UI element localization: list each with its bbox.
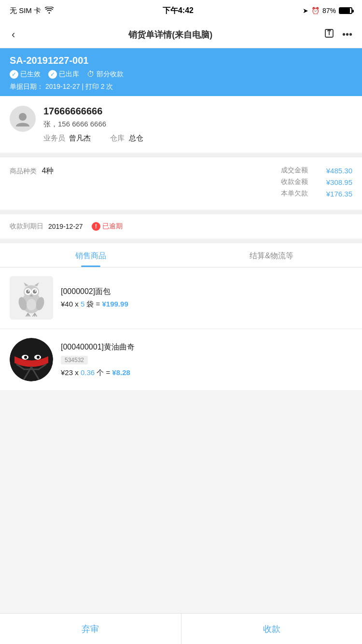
customer-id: 17666666666 bbox=[43, 106, 352, 117]
due-date-value: 2019-12-27 bbox=[48, 223, 83, 230]
due-label: 收款到期日 bbox=[10, 222, 43, 231]
tabs-section: 销售商品 结算&物流等 bbox=[0, 243, 362, 267]
customer-name-phone: 张，156 6666 6666 bbox=[43, 120, 352, 129]
received-value: ¥308.95 bbox=[314, 178, 352, 186]
status-time: 下午4:42 bbox=[163, 6, 194, 16]
cancel-review-button[interactable]: 弃审 bbox=[0, 614, 181, 644]
collect-payment-button[interactable]: 收款 bbox=[181, 614, 362, 644]
transaction-row: 成交金额 ¥485.30 bbox=[281, 166, 352, 175]
type-label: 商品种类 bbox=[10, 167, 37, 175]
avatar bbox=[10, 106, 36, 132]
status-bar: 无 SIM 卡 下午4:42 ➤ ⏰ 87% bbox=[0, 0, 362, 21]
svg-point-8 bbox=[33, 290, 37, 294]
svg-point-20 bbox=[24, 356, 27, 359]
print-info: | 打印 2 次 bbox=[82, 83, 113, 90]
price-unit-1: 袋 bbox=[86, 300, 94, 308]
badge-effected-label: 已生效 bbox=[20, 70, 41, 79]
summary-right: 成交金额 ¥485.30 收款金额 ¥308.95 本单欠款 ¥176.35 bbox=[281, 166, 352, 201]
location-icon: ➤ bbox=[303, 7, 308, 14]
bottom-spacer bbox=[0, 391, 362, 430]
received-label: 收款金额 bbox=[281, 178, 308, 186]
bottom-actions: 弃审 收款 bbox=[0, 613, 362, 644]
due-section: 收款到期日 2019-12-27 ! 已逾期 bbox=[0, 214, 362, 238]
products-section: [0000002]面包 ¥40 x 5 袋 = ¥199.99 bbox=[0, 267, 362, 430]
header-banner: SA-20191227-001 ✓ 已生效 ✓ 已出库 ⏱ 部分收款 单据日期：… bbox=[0, 48, 362, 96]
alarm-icon: ⏰ bbox=[311, 7, 320, 14]
product-name-1: [0000002]面包 bbox=[61, 287, 352, 297]
price-base-1: ¥40 bbox=[61, 300, 73, 308]
product-card-2: [000400001]黄油曲奇 534532 ¥23 x 0.36 个 = ¥8… bbox=[0, 329, 362, 390]
page-title: 销货单详情(来自电脑) bbox=[128, 29, 212, 41]
product-details-1: [0000002]面包 ¥40 x 5 袋 = ¥199.99 bbox=[61, 287, 352, 309]
price-total-1: ¥199.99 bbox=[102, 300, 128, 308]
product-price-2: ¥23 x 0.36 个 = ¥8.28 bbox=[61, 368, 352, 378]
tab-products[interactable]: 销售商品 bbox=[0, 243, 181, 267]
transaction-label: 成交金额 bbox=[281, 166, 308, 175]
price-x-1: x bbox=[75, 300, 81, 308]
customer-meta: 业务员 曾凡杰 仓库 总仓 bbox=[43, 134, 352, 143]
divider-2 bbox=[0, 210, 362, 214]
price-unit-2: 个 bbox=[97, 368, 104, 377]
salesperson-value: 曾凡杰 bbox=[69, 134, 91, 142]
svg-point-21 bbox=[37, 356, 40, 359]
divider-3 bbox=[0, 239, 362, 243]
svg-point-9 bbox=[28, 290, 29, 292]
svg-point-10 bbox=[35, 290, 36, 292]
warehouse-label: 仓库 bbox=[110, 134, 125, 142]
product-image-2 bbox=[10, 338, 53, 381]
price-qty-1: 5 bbox=[81, 300, 84, 308]
badge-shipped: ✓ 已出库 bbox=[48, 70, 79, 79]
nav-actions: ••• bbox=[324, 28, 352, 41]
nav-bar: ‹ 销货单详情(来自电脑) ••• bbox=[0, 21, 362, 48]
product-price-1: ¥40 x 5 袋 = ¥199.99 bbox=[61, 300, 352, 309]
order-date: 2019-12-27 bbox=[45, 83, 80, 90]
svg-point-1 bbox=[19, 113, 27, 121]
owl-placeholder-icon bbox=[12, 279, 51, 317]
overdue-badge: ! 已逾期 bbox=[92, 222, 123, 231]
customer-info: 17666666666 张，156 6666 6666 业务员 曾凡杰 仓库 总… bbox=[43, 106, 352, 143]
badge-partial-label: 部分收款 bbox=[97, 70, 124, 79]
share-icon[interactable] bbox=[324, 28, 334, 41]
battery-icon bbox=[339, 7, 352, 14]
overdue-label: 已逾期 bbox=[102, 222, 123, 231]
arrears-row: 本单欠款 ¥176.35 bbox=[281, 189, 352, 198]
product-details-2: [000400001]黄油曲奇 534532 ¥23 x 0.36 个 = ¥8… bbox=[61, 342, 352, 378]
ninja-icon bbox=[10, 338, 53, 381]
product-image-1 bbox=[10, 276, 53, 320]
clock-icon: ⏱ bbox=[87, 70, 95, 79]
summary-left: 商品种类 4种 bbox=[10, 166, 54, 176]
order-date-info: 单据日期： 2019-12-27 | 打印 2 次 bbox=[10, 83, 352, 91]
svg-point-7 bbox=[26, 290, 30, 294]
status-right: ➤ ⏰ 87% bbox=[303, 7, 352, 14]
more-icon[interactable]: ••• bbox=[342, 29, 352, 40]
product-card-1: [0000002]面包 ¥40 x 5 袋 = ¥199.99 bbox=[0, 267, 362, 328]
svg-point-16 bbox=[27, 299, 36, 310]
arrears-value: ¥176.35 bbox=[314, 190, 352, 198]
salesperson-label: 业务员 bbox=[43, 134, 65, 142]
price-x-2: x bbox=[75, 368, 81, 377]
customer-section: 17666666666 张，156 6666 6666 业务员 曾凡杰 仓库 总… bbox=[0, 96, 362, 153]
tab-settlement[interactable]: 结算&物流等 bbox=[181, 243, 362, 267]
product-name-2: [000400001]黄油曲奇 bbox=[61, 342, 352, 352]
check-icon-shipped: ✓ bbox=[48, 70, 57, 79]
price-eq-2: = bbox=[106, 368, 112, 377]
overdue-icon: ! bbox=[92, 222, 100, 231]
arrears-label: 本单欠款 bbox=[281, 189, 308, 198]
check-icon-effected: ✓ bbox=[10, 70, 18, 79]
badge-effected: ✓ 已生效 bbox=[10, 70, 41, 79]
transaction-value: ¥485.30 bbox=[314, 167, 352, 175]
badge-partial: ⏱ 部分收款 bbox=[87, 70, 124, 79]
salesperson-info: 业务员 曾凡杰 bbox=[43, 134, 91, 143]
status-left: 无 SIM 卡 bbox=[10, 6, 54, 15]
warehouse-value: 总仓 bbox=[129, 134, 143, 142]
badge-shipped-label: 已出库 bbox=[59, 70, 79, 79]
divider-1 bbox=[0, 154, 362, 157]
warehouse-info: 仓库 总仓 bbox=[110, 134, 143, 143]
status-badges: ✓ 已生效 ✓ 已出库 ⏱ 部分收款 bbox=[10, 70, 352, 79]
summary-section: 商品种类 4种 成交金额 ¥485.30 收款金额 ¥308.95 本单欠款 ¥… bbox=[0, 157, 362, 210]
price-base-2: ¥23 bbox=[61, 368, 73, 377]
received-row: 收款金额 ¥308.95 bbox=[281, 178, 352, 186]
battery-percent: 87% bbox=[322, 7, 336, 14]
product-sku-2: 534532 bbox=[61, 356, 88, 364]
back-button[interactable]: ‹ bbox=[10, 27, 17, 43]
